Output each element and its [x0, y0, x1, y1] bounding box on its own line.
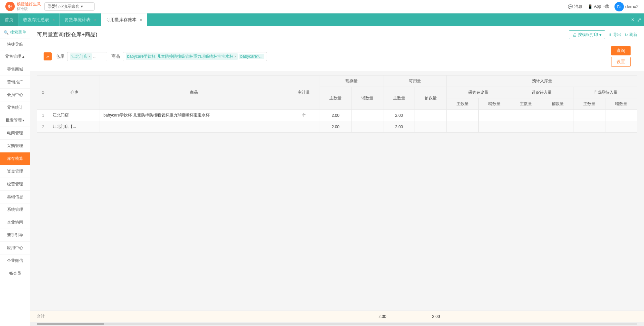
warehouse-input[interactable]: 江北门店 × ...	[67, 52, 107, 61]
page-title: 可用量查询(按仓库+商品)	[37, 31, 97, 38]
membership-label: 畅会员	[9, 271, 21, 276]
th-avail-main-qty-text: 主数量	[393, 96, 405, 100]
sidebar-item-retail-mall[interactable]: 零售商城	[0, 63, 30, 76]
warehouse-tag-text: 江北门店	[71, 54, 88, 59]
table-header-row-1: ⚙ 仓库 商品 主计量 现存量	[37, 76, 637, 87]
search-menu-label: 搜索菜单	[10, 30, 26, 35]
app-download-btn[interactable]: 📱 App下载	[588, 4, 609, 9]
product-input[interactable]: babycare学饮杯 儿童防摔防撞吸管杯重力球吸嘴杯宝宝水杯 × babyca…	[123, 52, 267, 61]
sidebar-item-purchase[interactable]: 采购管理	[0, 140, 30, 152]
sidebar-item-system[interactable]: 系统管理	[0, 203, 30, 216]
footer-label: 合计	[37, 314, 45, 319]
sidebar-item-member[interactable]: 会员中心	[0, 89, 30, 101]
tenant-selector[interactable]: 母婴行业演示账套 ▾	[44, 2, 95, 11]
sidebar-item-quick-nav[interactable]: 快捷导航	[0, 39, 30, 50]
settings-icon[interactable]: ⚙	[41, 90, 45, 95]
th-avail-aux-qty-text: 辅数量	[425, 96, 437, 100]
sidebar-item-finance[interactable]: 资金管理	[0, 165, 30, 178]
filter-expand-btn[interactable]: »	[44, 52, 52, 60]
sidebar-item-retail-mgmt[interactable]: 零售管理 ▲	[0, 50, 30, 63]
tab-available-close[interactable]: ×	[140, 18, 142, 22]
nav-tabs-right: × ⤢	[631, 17, 644, 23]
horizontal-scrollbar[interactable]	[30, 322, 644, 326]
th-product-text: 商品	[190, 90, 198, 95]
tab-receive[interactable]: 收发存汇总表 ×	[18, 13, 60, 26]
refresh-btn[interactable]: ↻ 刷新	[625, 32, 637, 38]
td-fp-main-2	[574, 121, 605, 133]
enterprise-wechat-label: 企业微信	[7, 258, 23, 264]
user-area[interactable]: Ea demo2	[614, 2, 639, 11]
th-avail-main-qty: 主数量	[383, 87, 415, 110]
sidebar-item-membership[interactable]: 畅会员	[0, 267, 30, 280]
tab-receive-close[interactable]: ×	[53, 18, 55, 22]
td-pt-aux-1	[478, 110, 510, 121]
td-fp-main-1	[574, 110, 605, 121]
sidebar-item-retail-stats[interactable]: 零售统计	[0, 101, 30, 114]
th-avail-aux-qty: 辅数量	[415, 87, 447, 110]
filter-bar: » 仓库 江北门店 × ... 商品 babycare	[37, 43, 637, 71]
export-icon: ⬆	[608, 33, 612, 37]
tab-order-close[interactable]: ×	[94, 18, 96, 22]
th-current-stock: 现存量	[320, 76, 383, 87]
query-btn[interactable]: 查询	[611, 46, 631, 55]
sidebar-item-marketing[interactable]: 营销推广	[0, 76, 30, 89]
expand-arrow-icon: ▲	[22, 55, 25, 58]
th-available: 可用量	[383, 76, 446, 87]
footer-current-main: 2.00	[369, 314, 396, 319]
data-table: ⚙ 仓库 商品 主计量 现存量	[37, 75, 637, 133]
tab-available[interactable]: 可用量库存账本 ×	[101, 13, 147, 26]
tab-order[interactable]: 要货单统计表 ×	[60, 13, 101, 26]
sidebar-item-ecommerce[interactable]: 电商管理	[0, 127, 30, 140]
th-gp-aux: 辅数量	[542, 98, 574, 110]
logo-sub: 标准版	[17, 6, 41, 11]
warehouse-more[interactable]: ...	[93, 54, 97, 59]
sidebar-item-enterprise[interactable]: 企业协同	[0, 216, 30, 229]
template-print-btn[interactable]: 🖨 按模板打印 ▾	[569, 30, 605, 39]
main-layout: 🔍 搜索菜单 快捷导航 零售管理 ▲ 零售商城 营销推广 会员中心 零售统计	[0, 26, 644, 326]
expand-icon[interactable]: ⤢	[637, 17, 641, 23]
purchase-label: 采购管理	[7, 143, 23, 149]
search-menu-btn[interactable]: 🔍 搜索菜单	[3, 30, 27, 35]
tab-receive-label: 收发存汇总表	[23, 17, 49, 23]
tab-available-label: 可用量库存账本	[106, 17, 137, 23]
finance-label: 资金管理	[7, 169, 23, 174]
sidebar-item-app-center[interactable]: 应用中心	[0, 242, 30, 254]
product-tag-1-close[interactable]: ×	[234, 55, 236, 58]
sidebar-item-basic-info[interactable]: 基础信息	[0, 191, 30, 203]
td-avail-main-2: 2.00	[383, 121, 415, 133]
product-filter-group: 商品 babycare学饮杯 儿童防摔防撞吸管杯重力球吸嘴杯宝宝水杯 × bab…	[111, 52, 267, 61]
ecommerce-label: 电商管理	[7, 130, 23, 136]
warehouse-tag-close[interactable]: ×	[89, 55, 91, 58]
export-btn[interactable]: ⬆ 导出	[608, 32, 621, 38]
scrollbar-thumb[interactable]	[37, 323, 104, 325]
settings-btn[interactable]: 设置	[611, 57, 631, 67]
username: demo2	[625, 4, 639, 9]
app-download-label: App下载	[594, 4, 609, 9]
th-current-aux-qty-text: 辅数量	[361, 96, 373, 100]
sidebar-item-enterprise-wechat[interactable]: 企业微信	[0, 254, 30, 267]
th-fp-main: 主数量	[574, 98, 605, 110]
sidebar-item-inventory[interactable]: 库存核算	[0, 152, 30, 165]
page-actions: 🖨 按模板打印 ▾ ⬆ 导出 ↻ 刷新	[569, 30, 637, 39]
message-btn[interactable]: 💬 消息	[568, 4, 582, 9]
product-label: 商品	[111, 53, 120, 59]
sidebar-item-wholesale-mgmt[interactable]: 批发管理 ▾	[0, 114, 30, 127]
basic-info-label: 基础信息	[7, 194, 23, 200]
th-goods-pending: 进货待入量	[510, 87, 574, 98]
operations-label: 经营管理	[7, 181, 23, 187]
th-purchase-transit: 采购在途量	[447, 87, 510, 98]
enterprise-label: 企业协同	[7, 220, 23, 225]
td-warehouse-2: 江北门店【...	[49, 121, 100, 133]
warehouse-label: 仓库	[56, 53, 64, 59]
td-cur-main-2: 2.00	[320, 121, 352, 133]
close-all-tabs-btn[interactable]: ×	[631, 17, 634, 23]
th-goods-pending-text: 进货待入量	[532, 90, 552, 95]
td-cur-main-1: 2.00	[320, 110, 352, 121]
sidebar-item-operations[interactable]: 经营管理	[0, 178, 30, 191]
sidebar-item-onboarding[interactable]: 新手引导	[0, 229, 30, 242]
tab-home[interactable]: 首页	[0, 13, 18, 26]
footer-fp-aux	[610, 314, 637, 319]
refresh-icon: ↻	[625, 33, 628, 37]
tenant-name: 母婴行业演示账套	[47, 4, 79, 9]
product-tag-2: babycare?...	[239, 54, 264, 59]
